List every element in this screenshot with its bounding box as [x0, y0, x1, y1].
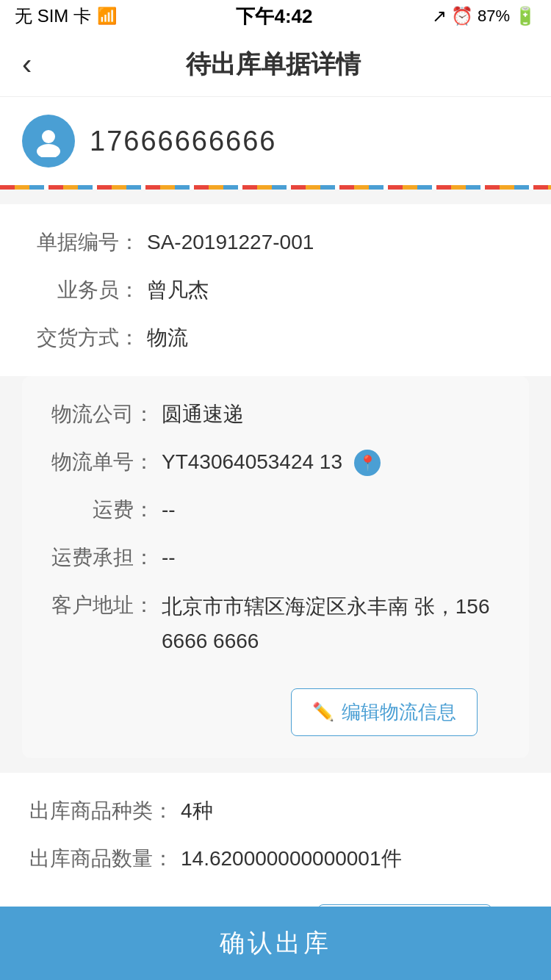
address-row: 客户地址： 北京市市辖区海淀区永丰南 张，156 6666 6666	[44, 589, 507, 659]
order-no-label: 单据编号：	[29, 226, 147, 259]
status-right: ↗ ⏰ 87% 🔋	[432, 6, 536, 26]
goods-type-value: 4种	[181, 795, 522, 828]
freight-label: 运费：	[44, 494, 162, 527]
svg-point-0	[42, 130, 55, 143]
goods-type-label: 出库商品种类：	[29, 795, 181, 828]
back-button[interactable]: ‹	[22, 40, 46, 88]
order-info-section: 单据编号： SA-20191227-001 业务员： 曾凡杰 交货方式： 物流	[0, 204, 551, 376]
edit-logistics-button-row: ✏️ 编辑物流信息	[44, 674, 507, 736]
edit-logistics-label: 编辑物流信息	[342, 699, 456, 725]
location-status-icon: ↗	[432, 6, 447, 26]
salesman-row: 业务员： 曾凡杰	[29, 274, 522, 307]
salesman-value: 曾凡杰	[147, 274, 522, 307]
order-no-row: 单据编号： SA-20191227-001	[29, 226, 522, 259]
customer-header: 17666666666	[0, 97, 551, 185]
logistics-card: 物流公司： 圆通速递 物流单号： YT43064053424 13 运费： --…	[22, 376, 529, 757]
delivery-row: 交货方式： 物流	[29, 322, 522, 355]
avatar	[22, 115, 75, 167]
sim-status: 无 SIM 卡	[15, 4, 91, 28]
freight-bearer-label: 运费承担：	[44, 541, 162, 574]
battery-icon: 🔋	[514, 6, 536, 26]
wifi-icon: 📶	[97, 7, 117, 26]
map-location-icon[interactable]	[354, 450, 381, 476]
dashed-divider	[0, 185, 551, 190]
svg-point-1	[37, 144, 60, 157]
status-left: 无 SIM 卡 📶	[15, 4, 117, 28]
goods-type-row: 出库商品种类： 4种	[29, 795, 522, 828]
freight-row: 运费： --	[44, 494, 507, 527]
goods-quantity-label: 出库商品数量：	[29, 843, 181, 876]
status-time: 下午4:42	[236, 4, 312, 29]
order-no-value: SA-20191227-001	[147, 226, 522, 259]
tracking-label: 物流单号：	[44, 446, 162, 479]
address-label: 客户地址：	[44, 589, 162, 622]
delivery-value: 物流	[147, 322, 522, 355]
freight-value: --	[162, 494, 507, 527]
goods-quantity-row: 出库商品数量： 14.620000000000001件	[29, 843, 522, 876]
edit-icon: ✏️	[312, 702, 334, 722]
freight-bearer-value: --	[162, 541, 507, 574]
tracking-row: 物流单号： YT43064053424 13	[44, 446, 507, 479]
battery-level: 87%	[478, 7, 510, 26]
logistics-company-value: 圆通速递	[162, 398, 507, 431]
section-divider-1	[0, 758, 551, 773]
page-title: 待出库单据详情	[46, 48, 500, 82]
goods-quantity-value: 14.620000000000001件	[181, 843, 522, 876]
status-bar: 无 SIM 卡 📶 下午4:42 ↗ ⏰ 87% 🔋	[0, 0, 551, 32]
tracking-value: YT43064053424 13	[162, 446, 507, 479]
user-icon	[32, 125, 65, 157]
edit-logistics-button[interactable]: ✏️ 编辑物流信息	[291, 688, 478, 736]
address-value: 北京市市辖区海淀区永丰南 张，156 6666 6666	[162, 589, 507, 659]
tracking-number: YT43064053424 13	[162, 446, 342, 479]
salesman-label: 业务员：	[29, 274, 147, 307]
delivery-label: 交货方式：	[29, 322, 147, 355]
confirm-button-label: 确认出库	[220, 926, 331, 960]
logistics-company-row: 物流公司： 圆通速递	[44, 398, 507, 431]
confirm-bar[interactable]: 确认出库	[0, 907, 551, 980]
customer-phone: 17666666666	[90, 126, 276, 157]
nav-bar: ‹ 待出库单据详情	[0, 32, 551, 97]
alarm-icon: ⏰	[451, 6, 473, 26]
logistics-company-label: 物流公司：	[44, 398, 162, 431]
freight-bearer-row: 运费承担： --	[44, 541, 507, 574]
